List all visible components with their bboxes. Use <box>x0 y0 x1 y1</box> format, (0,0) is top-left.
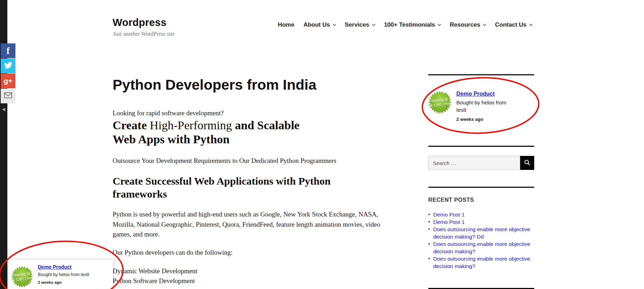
nav-item-services[interactable]: Services <box>340 21 380 29</box>
chevron-down-icon <box>372 23 375 26</box>
search-input[interactable] <box>428 156 520 170</box>
notification-message: Bought by heloo from testt <box>38 272 89 277</box>
nav-label: Services <box>345 21 369 28</box>
email-share-button[interactable] <box>1 89 15 103</box>
recent-post-link[interactable]: Demo Post 1 <box>428 211 534 218</box>
main-content: Python Developers from India Looking for… <box>113 77 398 286</box>
google-plus-icon: g+ <box>4 77 12 85</box>
recent-posts-list: Demo Post 1 Demo Post 1 Does outsourcing… <box>428 211 534 270</box>
facebook-icon: f <box>7 46 10 56</box>
widget-divider <box>428 187 534 188</box>
section-heading: Create Successful Web Applications with … <box>113 174 344 200</box>
widget-divider <box>428 74 534 75</box>
headline-part: Create <box>113 119 150 132</box>
nav-label: Contact Us <box>495 21 526 28</box>
recent-post-link[interactable]: Does outsourcing enable more objective d… <box>428 240 534 255</box>
sidebar: Starting @ $ 1395 / mo Demo Product Boug… <box>428 74 534 289</box>
dev-capability-item: Python Software Development <box>113 276 398 286</box>
purchase-notification-widget: Starting @ $ 1395 / mo Demo Product Boug… <box>428 91 534 122</box>
price-badge: Starting @ $ 1395 / mo <box>428 91 451 114</box>
chevron-down-icon <box>333 23 336 26</box>
search-widget <box>428 156 534 170</box>
notification-message: Bought by heloo from testt <box>456 99 510 113</box>
twitter-icon <box>4 61 12 71</box>
widget-divider <box>428 146 534 147</box>
dev-capabilities-list: Dynamic Website Development Python Softw… <box>113 266 398 286</box>
nav-label: Home <box>278 21 294 28</box>
subline-text: Outsource Your Development Requirements … <box>113 157 398 165</box>
chevron-down-icon <box>529 23 533 26</box>
recent-post-link[interactable]: Demo Post 1 <box>428 218 534 226</box>
nav-item-about-us[interactable]: About Us <box>299 21 340 29</box>
facebook-share-button[interactable]: f <box>1 43 15 58</box>
popup-body: Demo Product Bought by heloo from testt … <box>38 264 89 289</box>
nav-item-contact-us[interactable]: Contact Us <box>490 21 537 29</box>
notification-time: 2 weeks ago <box>38 280 89 284</box>
chevron-down-icon <box>438 23 441 26</box>
nav-item-home[interactable]: Home <box>273 21 299 29</box>
nav-label: Resources <box>450 21 480 28</box>
demo-product-link[interactable]: Demo Product <box>38 264 72 270</box>
price-badge: Starting @ $ 1395 / mo <box>11 266 33 288</box>
social-share-bar: f g+ ◀ <box>1 43 15 112</box>
twitter-share-button[interactable] <box>1 59 15 73</box>
dev-capability-item: Dynamic Website Development <box>113 266 398 276</box>
headline-part: High-Performing <box>150 119 232 132</box>
search-button[interactable] <box>520 156 534 170</box>
chevron-down-icon <box>483 23 487 26</box>
email-icon <box>4 92 12 100</box>
list-intro-text: Our Python developers can do the followi… <box>113 249 398 256</box>
demo-product-link[interactable]: Demo Product <box>456 91 495 97</box>
search-icon <box>524 159 530 167</box>
body-paragraph: Python is used by powerful and high-end … <box>113 209 390 240</box>
nav-item-resources[interactable]: Resources <box>445 21 490 29</box>
hide-social-bar-arrow-icon[interactable]: ◀ <box>2 106 5 112</box>
main-navigation: Home About Us Services 100+ Testimonials… <box>273 21 537 29</box>
nav-item-testimonials[interactable]: 100+ Testimonials <box>380 21 445 29</box>
purchase-notification-popup[interactable]: Starting @ $ 1395 / mo Demo Product Boug… <box>8 259 113 289</box>
recent-post-link[interactable]: Does outsourcing enable more objective d… <box>428 255 534 270</box>
nav-label: 100+ Testimonials <box>384 21 435 28</box>
recent-post-link[interactable]: Does outsourcing enable more objective d… <box>428 226 534 240</box>
notification-body: Demo Product Bought by heloo from testt … <box>456 91 512 122</box>
headline: Create High-Performing and Scalable Web … <box>113 118 323 146</box>
notification-time: 2 weeks ago <box>456 117 512 122</box>
google-plus-share-button[interactable]: g+ <box>1 74 15 88</box>
site-tagline: Just another WordPress site <box>113 31 175 37</box>
page-title: Python Developers from India <box>113 77 398 92</box>
intro-text: Looking for rapid software development? <box>113 109 398 117</box>
nav-label: About Us <box>303 21 330 28</box>
site-title[interactable]: Wordpress <box>113 17 167 28</box>
recent-posts-heading: RECENT POSTS <box>428 197 534 203</box>
